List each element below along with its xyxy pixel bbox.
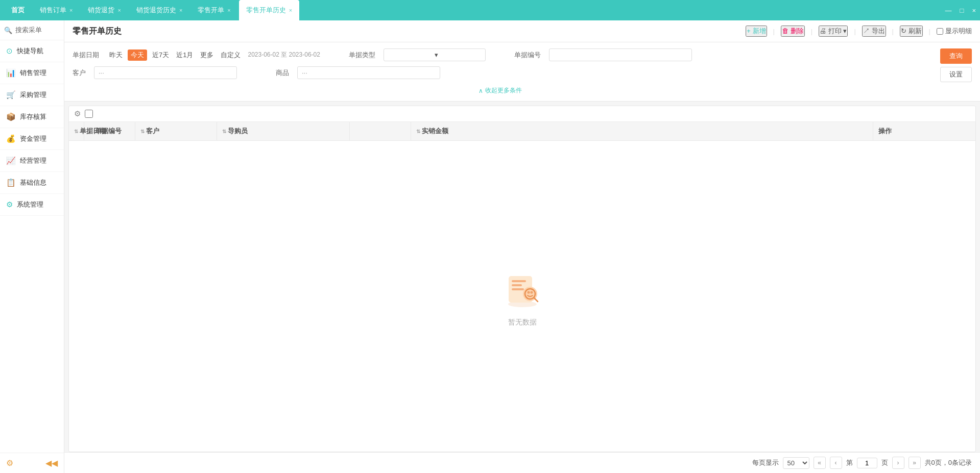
search-input-trigger[interactable]: 🔍 搜索采单 (4, 26, 60, 35)
search-label: 搜索采单 (15, 26, 42, 35)
filter-settings-button[interactable]: 设置 (940, 67, 972, 82)
filter-buttons: 查询 设置 (940, 48, 972, 82)
last-page-button[interactable]: » (909, 457, 921, 469)
sort-date-icon[interactable]: ⇅ (74, 129, 78, 134)
customer-input[interactable]: ··· (94, 66, 237, 79)
per-page-select[interactable]: 50 20 100 (783, 457, 809, 469)
sort-amount-icon[interactable]: ⇅ (416, 129, 420, 134)
show-detail-checkbox[interactable]: 显示明细 (937, 27, 972, 36)
date-opt-yesterday[interactable]: 昨天 (107, 49, 125, 61)
table-container: ⚙ ⇅ 单据日期 ⇅ 单据编号 ⇅ 客户 ⇅ 导购员 (68, 106, 976, 452)
order-type-select[interactable]: ▾ (384, 48, 486, 61)
tab-sales-return-history[interactable]: 销货退货历史 × (129, 0, 189, 20)
window-close-button[interactable]: × (972, 7, 976, 14)
delete-button[interactable]: 🗑 删除 (781, 26, 805, 37)
sidebar-item-finance[interactable]: 💰 资金管理 (0, 128, 64, 150)
order-no-label: 单据编号 (514, 51, 541, 60)
goods-placeholder: ··· (302, 69, 307, 77)
purchase-icon: 🛒 (6, 90, 16, 99)
maximize-button[interactable]: □ (960, 7, 964, 14)
order-no-placeholder (554, 51, 556, 59)
content-area: 零售开单历史 + 新增 | 🗑 删除 | 🖨 打印 ▾ | ↗ 导出 | ↻ 刷… (64, 20, 980, 473)
sidebar-item-shortcuts-label: 快捷导航 (17, 46, 43, 56)
th-customer[interactable]: ⇅ 客户 (135, 122, 217, 140)
show-detail-input[interactable] (937, 28, 943, 35)
add-button[interactable]: + 新增 (746, 26, 767, 37)
pagination-bar: 每页显示 50 20 100 « ‹ 第 页 › » 共0页，0条记录 (64, 452, 980, 473)
sidebar-item-purchase[interactable]: 🛒 采购管理 (0, 84, 64, 106)
tab-retail-history-label: 零售开单历史 (246, 6, 286, 15)
date-opt-custom[interactable]: 自定义 (219, 49, 243, 61)
customer-placeholder: ··· (99, 69, 104, 77)
tab-sales-return-history-close[interactable]: × (179, 7, 182, 13)
page-number-input[interactable] (857, 458, 877, 468)
sidebar-item-purchase-label: 采购管理 (20, 90, 46, 99)
tab-retail-order-close[interactable]: × (227, 7, 230, 13)
tab-retail-order-label: 零售开单 (198, 6, 224, 15)
tab-sales-order[interactable]: 销售订单 × (33, 0, 80, 20)
tab-retail-history-close[interactable]: × (289, 7, 292, 13)
tab-retail-order[interactable]: 零售开单 × (190, 0, 237, 20)
page-unit: 页 (881, 458, 888, 467)
refresh-button[interactable]: ↻ 刷新 (900, 26, 923, 37)
tab-home-label: 首页 (11, 6, 25, 15)
order-type-value (388, 51, 435, 59)
sidebar-item-shortcuts[interactable]: ⊙ 快捷导航 (0, 40, 64, 62)
sidebar-item-inventory[interactable]: 📦 库存核算 (0, 106, 64, 128)
prev-page-button[interactable]: ‹ (830, 457, 842, 469)
tab-sales-order-label: 销售订单 (40, 6, 66, 15)
last-page-icon: » (913, 459, 916, 466)
date-filter-label: 单据日期 (73, 51, 99, 60)
settings-gear-icon[interactable]: ⚙ (6, 458, 13, 468)
order-no-input[interactable] (549, 48, 692, 61)
tab-retail-history[interactable]: 零售开单历史 × (239, 0, 299, 20)
sidebar-search-section[interactable]: 🔍 搜索采单 (0, 20, 64, 40)
tab-home[interactable]: 首页 (4, 0, 32, 20)
sort-customer-icon[interactable]: ⇅ (140, 129, 145, 134)
empty-state: 暂无数据 (69, 141, 975, 452)
customer-label: 客户 (73, 68, 86, 78)
svg-rect-3 (512, 284, 522, 286)
th-amount[interactable]: ⇅ 实销金额 (411, 122, 873, 140)
svg-point-9 (530, 291, 533, 293)
tab-sales-return-close[interactable]: × (117, 7, 121, 13)
sidebar: 🔍 搜索采单 ⊙ 快捷导航 📊 销售管理 🛒 采购管理 📦 库存核算 💰 资金管… (0, 20, 64, 473)
print-button[interactable]: 🖨 打印 ▾ (819, 26, 848, 37)
date-opt-1month[interactable]: 近1月 (174, 49, 195, 61)
minimize-button[interactable]: — (945, 7, 952, 14)
sidebar-item-system[interactable]: ⚙ 系统管理 (0, 194, 64, 216)
th-date[interactable]: ⇅ 单据日期 (69, 122, 84, 140)
svg-rect-2 (512, 280, 526, 282)
date-opt-more[interactable]: 更多 (198, 49, 216, 61)
sidebar-collapse-icon[interactable]: ◀◀ (45, 458, 58, 468)
th-order-no[interactable]: ⇅ 单据编号 (84, 122, 135, 140)
filter-area: 单据日期 昨天 今天 近7天 近1月 更多 自定义 2023-06-02 至 2… (64, 42, 980, 102)
sidebar-item-management-label: 经营管理 (20, 156, 46, 165)
tab-sales-return[interactable]: 销货退货 × (81, 0, 128, 20)
empty-illustration (499, 266, 545, 312)
table-settings-icon[interactable]: ⚙ (74, 109, 81, 118)
export-button[interactable]: ↗ 导出 (862, 26, 886, 37)
collapse-bar[interactable]: ∧ 收起更多条件 (73, 84, 928, 97)
date-opt-7days[interactable]: 近7天 (150, 49, 171, 61)
page-header: 零售开单历史 + 新增 | 🗑 删除 | 🖨 打印 ▾ | ↗ 导出 | ↻ 刷… (64, 20, 980, 42)
sidebar-item-management[interactable]: 📈 经营管理 (0, 150, 64, 172)
query-button[interactable]: 查询 (940, 48, 972, 64)
date-range-display: 2023-06-02 至 2023-06-02 (248, 51, 320, 59)
search-icon: 🔍 (4, 27, 12, 34)
goods-input[interactable]: ··· (297, 66, 440, 79)
first-page-button[interactable]: « (814, 457, 826, 469)
tab-sales-order-close[interactable]: × (69, 7, 73, 13)
sidebar-item-finance-label: 资金管理 (20, 134, 46, 143)
order-type-dropdown-icon: ▾ (435, 51, 481, 59)
select-all-checkbox[interactable] (85, 110, 93, 118)
sidebar-item-sales[interactable]: 📊 销售管理 (0, 62, 64, 84)
sidebar-item-basic-info[interactable]: 📋 基础信息 (0, 172, 64, 194)
th-salesperson[interactable]: ⇅ 导购员 (217, 122, 350, 140)
sort-orderno-icon[interactable]: ⇅ (89, 129, 93, 134)
next-page-button[interactable]: › (892, 457, 904, 469)
sales-icon: 📊 (6, 68, 16, 78)
sort-salesperson-icon[interactable]: ⇅ (222, 129, 226, 134)
date-opt-today[interactable]: 今天 (128, 49, 147, 61)
header-actions: + 新增 | 🗑 删除 | 🖨 打印 ▾ | ↗ 导出 | ↻ 刷新 | 显示明… (746, 26, 972, 37)
